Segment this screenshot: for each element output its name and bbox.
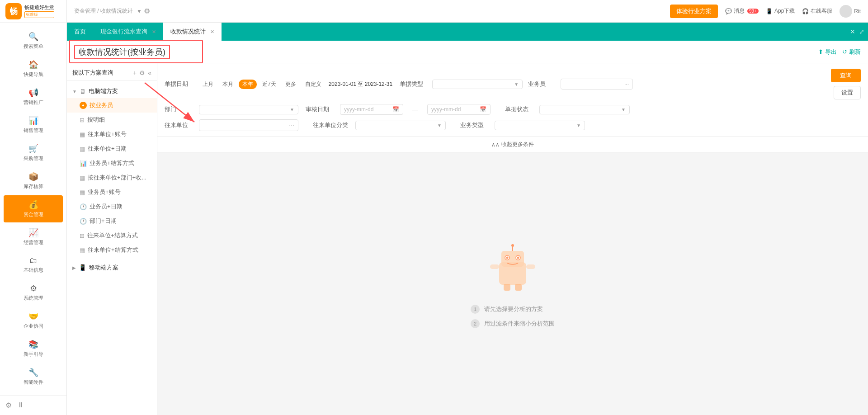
sidebar-item-enterprise[interactable]: 🤝 企业协同 — [4, 307, 63, 334]
bank-flow-tab-close-icon[interactable]: ✕ — [152, 29, 156, 35]
partner-category-arrow-icon: ▼ — [437, 123, 442, 128]
scheme-item-partner-settlement2[interactable]: ▦ 往来单位+结算方式 — [67, 243, 157, 257]
scheme-salesman-date-label: 业务员+日期 — [90, 203, 123, 211]
scheme-item-partner-date[interactable]: ▦ 往来单位+日期 — [67, 141, 157, 156]
maximize-window-icon[interactable]: ⤢ — [859, 28, 864, 35]
sidebar-item-quick-nav[interactable]: 🏠 快捷导航 — [4, 55, 63, 82]
pc-group-header[interactable]: ▼ 🖥 电脑端方案 — [67, 85, 157, 98]
bill-status-select[interactable]: ▼ — [539, 105, 630, 114]
scheme-item-salesman-account[interactable]: ▦ 业务员+账号 — [67, 185, 157, 199]
sidebar-item-sales[interactable]: 📊 销售管理 — [4, 111, 63, 138]
topbar-gear-icon[interactable]: ⚙ — [144, 7, 150, 15]
scheme-partner-date-icon: ▦ — [80, 146, 85, 152]
date-tab-this-month[interactable]: 本月 — [219, 80, 237, 89]
message-label: 消息 — [734, 7, 745, 15]
tab-bank-flow[interactable]: 现金银行流水查询 ✕ — [93, 23, 163, 41]
user-avatar-area[interactable]: Rit — [840, 5, 861, 18]
collapse-scheme-icon[interactable]: « — [148, 69, 151, 76]
app-download-action[interactable]: 📱 App下载 — [766, 7, 795, 15]
refresh-button[interactable]: ↺ 刷新 — [842, 48, 861, 56]
scheme-mingxi-icon: ⊞ — [80, 117, 85, 123]
system-icon: ⚙ — [30, 283, 37, 293]
scheme-salesman-active-icon: ● — [80, 102, 87, 109]
svg-point-4 — [506, 256, 509, 259]
scheme-item-partner-settlement1[interactable]: ⊞ 往来单位+结算方式 — [67, 228, 157, 243]
dropdown-arrow-icon[interactable]: ▼ — [137, 8, 142, 14]
page-header: 收款情况统计(按业务员) ⬆ 导出 ↺ 刷新 — [67, 41, 868, 63]
partner-select[interactable]: ··· — [199, 119, 298, 131]
sidebar-item-operation[interactable]: 📈 经营管理 — [4, 223, 63, 250]
partner-category-select[interactable]: ▼ — [355, 121, 446, 130]
main-area: 资金管理 / 收款情况统计 ▼ ⚙ 体验行业方案 💬 消息 99+ 📱 App下… — [67, 0, 868, 415]
tab-collection-stats[interactable]: 收款情况统计 ✕ — [163, 23, 222, 41]
sidebar-item-system[interactable]: ⚙ 系统管理 — [4, 279, 63, 306]
review-date-start[interactable]: yyyy-mm-dd 📅 — [340, 104, 403, 115]
pc-group-arrow-icon: ▼ — [72, 89, 77, 94]
scheme-item-by-mingxi[interactable]: ⊞ 按明细 — [67, 113, 157, 127]
biz-type-select[interactable]: ▼ — [495, 121, 585, 130]
filter-row-1: 单据日期 上月 本月 本年 近7天 更多 自定义 2023-01-01 至 20… — [165, 69, 861, 99]
online-service-action[interactable]: 🎧 在线客服 — [802, 7, 832, 15]
dept-select[interactable]: ▼ — [199, 105, 298, 114]
date-tab-more[interactable]: 更多 — [282, 80, 300, 89]
scheme-item-partner-dept[interactable]: ▦ 按往来单位+部门+收... — [67, 170, 157, 185]
scheme-item-by-salesman[interactable]: ● 按业务员 — [67, 98, 157, 113]
sidebar-label-inventory: 库存核算 — [24, 183, 43, 190]
scheme-item-partner-account[interactable]: ▦ 往来单位+账号 — [67, 127, 157, 141]
collapse-label: 收起更多条件 — [501, 141, 534, 148]
settings-scheme-icon[interactable]: ⚙ — [139, 69, 145, 76]
quick-nav-icon: 🏠 — [28, 60, 38, 70]
settings-button[interactable]: 设置 — [834, 86, 861, 99]
inventory-icon: 📦 — [28, 172, 38, 182]
guide-icon: 📚 — [28, 340, 38, 349]
review-date-end[interactable]: yyyy-mm-dd 📅 — [427, 104, 491, 115]
salesman-select[interactable]: ··· — [561, 79, 633, 90]
sidebar-item-wechat[interactable]: 💬 企业微信 — [4, 391, 63, 395]
sidebar-item-guide[interactable]: 📚 新手引导 — [4, 335, 63, 362]
sidebar-label-guide: 新手引导 — [24, 351, 43, 358]
sidebar-item-hardware[interactable]: 🔧 智能硬件 — [4, 363, 63, 390]
collapse-bar[interactable]: ∧∧ 收起更多条件 — [157, 137, 868, 152]
sidebar-item-marketing[interactable]: 📢 营销推广 — [4, 83, 63, 110]
scheme-item-salesman-settlement[interactable]: 📊 业务员+结算方式 — [67, 156, 157, 170]
scheme-item-salesman-date[interactable]: 🕐 业务员+日期 — [67, 199, 157, 214]
scheme-partner-account-label: 往来单位+账号 — [88, 130, 127, 138]
pause-bottom-icon[interactable]: ⏸ — [17, 401, 24, 410]
sidebar-bottom: ⚙ ⏸ — [0, 395, 66, 415]
close-window-icon[interactable]: ✕ — [850, 28, 855, 35]
sidebar-item-finance[interactable]: 💰 资金管理 — [4, 195, 63, 222]
bill-status-label: 单据状态 — [505, 105, 532, 113]
date-tab-this-year[interactable]: 本年 — [239, 80, 257, 89]
review-date-end-icon[interactable]: 📅 — [480, 106, 486, 113]
salesman-more-icon[interactable]: ··· — [624, 81, 629, 87]
pc-scheme-group: ▼ 🖥 电脑端方案 ● 按业务员 ⊞ 按明细 ▦ 往来单位+账号 ▦ — [67, 83, 157, 259]
purchase-icon: 🛒 — [28, 144, 38, 154]
message-action[interactable]: 💬 消息 99+ — [725, 7, 759, 15]
tab-home[interactable]: 首页 — [67, 23, 93, 41]
date-tabs: 上月 本月 本年 近7天 更多 自定义 2023-01-01 至 2023-12… — [199, 80, 392, 89]
collection-stats-tab-close-icon[interactable]: ✕ — [210, 29, 214, 35]
review-date-start-icon[interactable]: 📅 — [392, 106, 399, 113]
sidebar-item-basic[interactable]: 🗂 基础信息 — [4, 251, 63, 278]
sidebar-item-inventory[interactable]: 📦 库存核算 — [4, 167, 63, 194]
scheme-item-dept-date[interactable]: 🕐 部门+日期 — [67, 214, 157, 228]
add-scheme-icon[interactable]: + — [133, 69, 137, 76]
date-tab-7days[interactable]: 近7天 — [259, 80, 280, 89]
partner-more-icon[interactable]: ··· — [289, 122, 294, 129]
settings-bottom-icon[interactable]: ⚙ — [5, 401, 12, 410]
step-2-num: 2 — [471, 319, 480, 328]
sidebar-item-purchase[interactable]: 🛒 采购管理 — [4, 139, 63, 166]
page-title: 收款情况统计(按业务员) — [74, 45, 170, 59]
export-button[interactable]: ⬆ 导出 — [818, 48, 837, 56]
mobile-group-header[interactable]: ▶ 📱 移动端方案 — [67, 261, 157, 274]
sidebar-item-search[interactable]: 🔍 搜索菜单 — [4, 27, 63, 54]
sidebar-label-system: 系统管理 — [24, 295, 43, 302]
empty-steps: 1 请先选择要分析的方案 2 用过滤条件来缩小分析范围 — [471, 305, 555, 328]
query-button[interactable]: 查询 — [831, 69, 861, 82]
date-tab-custom[interactable]: 自定义 — [302, 80, 325, 89]
dept-label: 部门 — [165, 105, 192, 113]
user-name: Rit — [854, 8, 861, 14]
trial-button[interactable]: 体验行业方案 — [670, 5, 718, 18]
bill-type-select[interactable]: ▼ — [432, 80, 523, 89]
date-tab-last-month[interactable]: 上月 — [199, 80, 217, 89]
